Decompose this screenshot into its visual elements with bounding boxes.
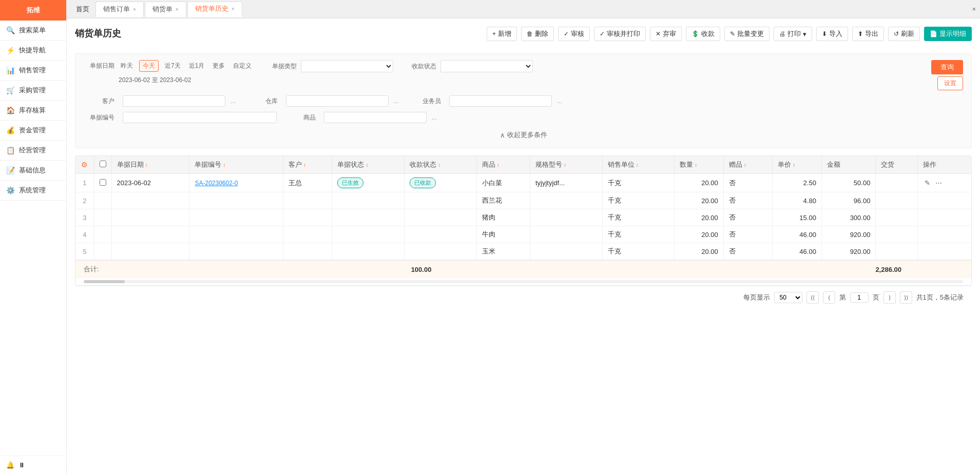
th-date[interactable]: 单据日期 ↕ bbox=[111, 156, 189, 174]
audit-print-button[interactable]: ✓ 审核并打印 bbox=[594, 27, 646, 41]
th-price[interactable]: 单价 ↕ bbox=[773, 156, 822, 174]
horizontal-scrollbar[interactable] bbox=[84, 280, 963, 283]
sidebar-item-inventory[interactable]: 🏠 库存核算 bbox=[0, 101, 66, 121]
cell-amount: 50.00 bbox=[821, 174, 876, 192]
goods-ellipsis[interactable]: ... bbox=[429, 113, 440, 122]
th-goods[interactable]: 商品 ↕ bbox=[476, 156, 530, 174]
cell-goods: 西兰花 bbox=[476, 192, 530, 209]
tab-close-sales-history[interactable]: × bbox=[232, 6, 235, 12]
prev-page-button[interactable]: ⟨ bbox=[823, 291, 835, 304]
cell-action bbox=[918, 243, 971, 260]
th-pay-status[interactable]: 收款状态 ↕ bbox=[405, 156, 477, 174]
tab-home[interactable]: 首页 bbox=[71, 2, 94, 17]
table-header-row: ⚙ 单据日期 ↕ 单据编号 bbox=[75, 156, 971, 174]
shortcut-custom[interactable]: 自定义 bbox=[231, 61, 254, 71]
pay-status-badge: 已收款 bbox=[410, 177, 436, 188]
edit-icon[interactable]: ✎ bbox=[925, 179, 930, 187]
page-number-input[interactable] bbox=[850, 292, 869, 303]
th-doc-no[interactable]: 单据编号 ↕ bbox=[189, 156, 283, 174]
sidebar-item-operations[interactable]: 📋 经营管理 bbox=[0, 141, 66, 161]
th-customer[interactable]: 客户 ↕ bbox=[283, 156, 332, 174]
cell-gift: 否 bbox=[723, 192, 773, 209]
tab-bar-right[interactable]: × bbox=[972, 5, 976, 13]
sidebar-item-purchase-mgmt[interactable]: 🛒 采购管理 bbox=[0, 81, 66, 101]
tab-sales-history[interactable]: 销货单历史 × bbox=[187, 2, 242, 17]
set-button[interactable]: 设置 bbox=[937, 76, 963, 90]
shortcut-1month[interactable]: 近1月 bbox=[187, 61, 207, 71]
sidebar-item-label: 基础信息 bbox=[19, 166, 46, 175]
finance-icon: 💰 bbox=[6, 126, 15, 134]
tab-close-sales-order[interactable]: × bbox=[133, 7, 136, 12]
title-toolbar-row: 销货单历史 + 新增 🗑 删除 ✓ 审核 ✓ 审核并打印 bbox=[75, 27, 972, 47]
footer-label: 合计: bbox=[84, 265, 99, 274]
print-button[interactable]: 🖨 打印 ▾ bbox=[774, 27, 812, 41]
sales-rep-ellipsis[interactable]: ... bbox=[554, 96, 565, 106]
export-button[interactable]: ⬆ 导出 bbox=[852, 27, 884, 41]
new-button[interactable]: + 新增 bbox=[487, 27, 517, 41]
th-spec[interactable]: 规格型号 ↕ bbox=[530, 156, 602, 174]
doc-no-input[interactable] bbox=[123, 112, 277, 123]
cell-spec bbox=[530, 243, 602, 260]
customer-input[interactable] bbox=[123, 95, 225, 107]
select-all-checkbox[interactable] bbox=[100, 161, 106, 167]
th-action: 操作 bbox=[918, 156, 971, 174]
cell-trade bbox=[876, 226, 918, 243]
table-row: 1 2023-06-02 SA-20230602-0 王总 已生效 已收款 小白… bbox=[75, 174, 971, 192]
shortcut-more[interactable]: 更多 bbox=[210, 61, 227, 71]
shortcut-yesterday[interactable]: 昨天 bbox=[119, 61, 135, 71]
shortcut-7days[interactable]: 近7天 bbox=[163, 61, 183, 71]
sidebar-item-sales-mgmt[interactable]: 📊 销售管理 bbox=[0, 61, 66, 81]
sidebar-bottom-icon1[interactable]: 🔔 bbox=[6, 461, 14, 469]
cell-customer bbox=[283, 192, 332, 209]
sidebar-item-search-menu[interactable]: 🔍 搜索菜单 bbox=[0, 21, 66, 41]
tab-sales-goods[interactable]: 销货单 × bbox=[145, 2, 186, 17]
doc-type-select[interactable] bbox=[301, 60, 393, 72]
th-unit[interactable]: 销售单位 ↕ bbox=[602, 156, 675, 174]
collapse-button[interactable]: ∧ 收起更多条件 bbox=[496, 128, 551, 142]
batch-change-button[interactable]: ✎ 批量变更 bbox=[724, 27, 770, 41]
warehouse-ellipsis[interactable]: ... bbox=[391, 96, 402, 106]
sidebar-item-quick-nav[interactable]: ⚡ 快捷导航 bbox=[0, 41, 66, 61]
query-button[interactable]: 查询 bbox=[931, 60, 963, 74]
sidebar-item-label: 快捷导航 bbox=[19, 46, 46, 55]
th-qty[interactable]: 数量 ↕ bbox=[675, 156, 724, 174]
shortcut-today[interactable]: 今天 bbox=[139, 60, 159, 72]
goods-input[interactable] bbox=[324, 112, 427, 123]
cell-doc-status bbox=[332, 192, 405, 209]
cell-row-num: 5 bbox=[75, 243, 94, 260]
gear-settings-icon[interactable]: ⚙ bbox=[81, 161, 88, 169]
payment-status-select[interactable] bbox=[440, 60, 533, 72]
abandon-button[interactable]: ✕ 弃审 bbox=[650, 27, 682, 41]
row-checkbox[interactable] bbox=[100, 179, 106, 186]
data-table: ⚙ 单据日期 ↕ 单据编号 bbox=[75, 156, 971, 260]
next-page-button[interactable]: ⟩ bbox=[883, 291, 896, 304]
show-detail-button[interactable]: 📄 显示明细 bbox=[924, 27, 972, 41]
date-filter-label: 单据日期 bbox=[84, 62, 114, 70]
cell-gift: 否 bbox=[723, 243, 773, 260]
first-page-button[interactable]: ⟨⟨ bbox=[806, 291, 819, 304]
inventory-icon: 🏠 bbox=[6, 106, 15, 114]
cell-customer bbox=[283, 209, 332, 226]
th-doc-status[interactable]: 单据状态 ↕ bbox=[332, 156, 405, 174]
page-size-select[interactable]: 50 100 bbox=[774, 292, 802, 303]
import-button[interactable]: ⬇ 导入 bbox=[816, 27, 848, 41]
tab-close-sales-goods[interactable]: × bbox=[176, 7, 179, 12]
doc-no-link[interactable]: SA-20230602-0 bbox=[195, 180, 238, 187]
cell-qty: 20.00 bbox=[675, 174, 724, 192]
sales-rep-input[interactable] bbox=[449, 95, 552, 107]
th-gift[interactable]: 赠品 ↕ bbox=[723, 156, 773, 174]
tab-sales-order[interactable]: 销售订单 × bbox=[95, 2, 144, 17]
collect-button[interactable]: 💲 收款 bbox=[686, 27, 720, 41]
audit-button[interactable]: ✓ 审核 bbox=[558, 27, 590, 41]
sidebar-item-finance[interactable]: 💰 资金管理 bbox=[0, 121, 66, 141]
more-action-icon[interactable]: ⋯ bbox=[935, 179, 942, 187]
sidebar-item-system-mgmt[interactable]: ⚙️ 系统管理 bbox=[0, 181, 66, 201]
last-page-button[interactable]: ⟩⟩ bbox=[900, 291, 912, 304]
cell-row-num: 4 bbox=[75, 226, 94, 243]
sidebar-bottom-icon2[interactable]: ⏸ bbox=[18, 461, 25, 469]
refresh-button[interactable]: ↺ 刷新 bbox=[888, 27, 920, 41]
warehouse-input[interactable] bbox=[286, 95, 389, 107]
customer-ellipsis[interactable]: ... bbox=[227, 96, 239, 106]
delete-button[interactable]: 🗑 删除 bbox=[521, 27, 554, 41]
sidebar-item-basic-info[interactable]: 📝 基础信息 bbox=[0, 161, 66, 181]
